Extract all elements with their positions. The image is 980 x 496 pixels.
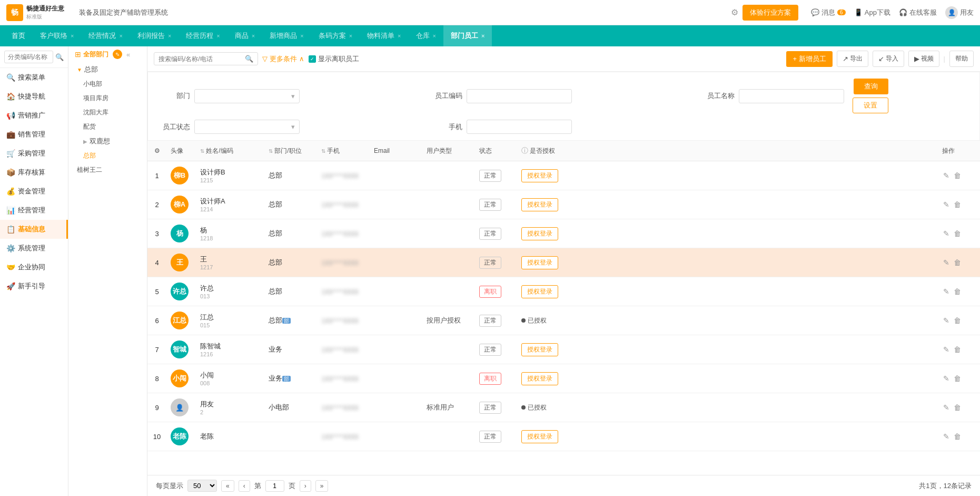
edit-button[interactable]: ✎	[942, 228, 951, 239]
edit-button[interactable]: ✎	[942, 286, 951, 297]
delete-button[interactable]: 🗑	[953, 257, 962, 268]
dept-node-zhishu[interactable]: 植树王二	[68, 163, 147, 177]
tab-warehouse[interactable]: 仓库 ×	[409, 25, 443, 46]
col-phone[interactable]: ⇅ 手机	[317, 141, 370, 161]
empcode-input[interactable]	[467, 89, 572, 103]
settings-icon[interactable]: ⚙	[731, 7, 738, 17]
col-name[interactable]: ⇅ 姓名/编码	[196, 141, 264, 161]
sidebar-item-search[interactable]: 🔍 搜索菜单	[0, 68, 68, 87]
service-action[interactable]: 🎧 在线客服	[899, 8, 937, 17]
edit-button[interactable]: ✎	[942, 402, 951, 413]
dept-node-zongbu2[interactable]: 总部	[68, 149, 147, 163]
edit-button[interactable]: ✎	[942, 257, 951, 268]
col-settings[interactable]: ⚙	[147, 141, 166, 161]
logo-text: 畅捷通好生意 标准版	[26, 4, 64, 21]
search-input[interactable]	[159, 55, 243, 63]
delete-button[interactable]: 🗑	[953, 344, 962, 355]
auth-login-button[interactable]: 授权登录	[521, 198, 558, 211]
video-button[interactable]: ▶ 视频	[908, 51, 939, 67]
row-name-cell: 江总 015	[196, 306, 264, 335]
trial-button[interactable]: 体验行业方案	[743, 5, 798, 21]
dept-node-peihuo[interactable]: 配货	[68, 120, 147, 134]
empname-input[interactable]	[739, 89, 844, 103]
tab-history[interactable]: 经营历程 ×	[179, 25, 227, 46]
sidebar-item-operation[interactable]: 📊 经营管理	[0, 201, 68, 220]
help-button[interactable]: 帮助	[949, 51, 974, 67]
dept-select[interactable]: ▾	[194, 89, 300, 103]
edit-button[interactable]: ✎	[942, 431, 951, 442]
auth-login-button[interactable]: 授权登录	[521, 227, 558, 240]
page-input[interactable]	[265, 480, 284, 492]
more-filter-btn[interactable]: ▽ 更多条件 ∧	[262, 54, 304, 64]
sidebar-item-collab[interactable]: 🤝 企业协同	[0, 258, 68, 277]
auth-login-button[interactable]: 授权登录	[521, 343, 558, 356]
tab-barcode[interactable]: 条码方案 ×	[311, 25, 360, 46]
sidebar-search-input[interactable]	[4, 51, 53, 63]
search-btn-icon[interactable]: 🔍	[245, 55, 253, 63]
sidebar-item-basic[interactable]: 📋 基础信息	[0, 220, 68, 239]
tab-dept-emp[interactable]: 部门员工 ×	[443, 25, 492, 46]
edit-button[interactable]: ✎	[942, 315, 951, 326]
delete-button[interactable]: 🗑	[953, 373, 962, 384]
sidebar-item-quicknav[interactable]: 🏠 快捷导航	[0, 87, 68, 106]
edit-button[interactable]: ✎	[942, 170, 951, 181]
sidebar-item-system[interactable]: ⚙️ 系统管理	[0, 239, 68, 258]
next-page-btn[interactable]: ›	[300, 480, 311, 492]
edit-button[interactable]: ✎	[942, 344, 951, 355]
delete-button[interactable]: 🗑	[953, 170, 962, 181]
last-page-btn[interactable]: »	[315, 480, 329, 492]
collapse-dept-icon[interactable]: «	[126, 51, 130, 59]
add-employee-button[interactable]: + 新增员工	[786, 51, 832, 67]
dept-node-project[interactable]: 项目库房	[68, 91, 147, 105]
auth-login-button[interactable]: 授权登录	[521, 256, 558, 269]
user-action[interactable]: 👤 用友	[945, 6, 974, 19]
delete-button[interactable]: 🗑	[953, 286, 962, 297]
tab-goods[interactable]: 商品 ×	[227, 25, 262, 46]
delete-button[interactable]: 🗑	[953, 431, 962, 442]
inventory-icon: 📦	[6, 168, 15, 177]
dept-tree-header[interactable]: ⊞ 全部部门 ✎ «	[68, 46, 147, 62]
edit-button[interactable]: ✎	[942, 373, 951, 384]
dept-node-shuanglu[interactable]: ▶ 双鹿想	[68, 134, 147, 149]
delete-button[interactable]: 🗑	[953, 402, 962, 413]
first-page-btn[interactable]: «	[221, 480, 234, 492]
tab-bom[interactable]: 物料清单 ×	[360, 25, 408, 46]
tab-home[interactable]: 首页	[4, 25, 33, 46]
delete-button[interactable]: 🗑	[953, 199, 962, 210]
sidebar-search-icon[interactable]: 🔍	[55, 53, 64, 61]
per-page-select[interactable]: 50 100	[187, 480, 217, 492]
prev-page-btn[interactable]: ‹	[239, 480, 250, 492]
message-action[interactable]: 💬 消息 6	[811, 8, 846, 17]
resigned-checkbox[interactable]: ✓	[309, 55, 316, 63]
col-dept[interactable]: ⇅ 部门/职位	[264, 141, 317, 161]
sidebar-item-marketing[interactable]: 📢 营销推广	[0, 106, 68, 125]
show-resigned-toggle[interactable]: ✓ 显示离职员工	[309, 54, 359, 64]
edit-dept-icon[interactable]: ✎	[113, 50, 122, 59]
status-select[interactable]: ▾	[194, 120, 300, 134]
delete-button[interactable]: 🗑	[953, 315, 962, 326]
sidebar-item-guide[interactable]: 🚀 新手引导	[0, 277, 68, 296]
tab-add-goods[interactable]: 新增商品 ×	[262, 25, 311, 46]
sidebar-item-inventory[interactable]: 📦 库存核算	[0, 163, 68, 182]
auth-login-button[interactable]: 授权登录	[521, 285, 558, 298]
delete-button[interactable]: 🗑	[953, 228, 962, 239]
tab-profit[interactable]: 利润报告 ×	[130, 25, 179, 46]
auth-login-button[interactable]: 授权登录	[521, 430, 558, 443]
export-button[interactable]: ↗ 导出	[837, 51, 868, 67]
phone-input[interactable]	[467, 120, 572, 134]
sidebar-item-sales[interactable]: 💼 销售管理	[0, 125, 68, 144]
setting-button[interactable]: 设置	[853, 98, 888, 113]
edit-button[interactable]: ✎	[942, 199, 951, 210]
tab-operation[interactable]: 经营情况 ×	[81, 25, 130, 46]
import-button[interactable]: ↙ 导入	[873, 51, 904, 67]
dept-node-xiaodian[interactable]: 小电部	[68, 77, 147, 91]
app-download-action[interactable]: 📱 App下载	[854, 8, 890, 17]
tab-customer[interactable]: 客户联络 ×	[33, 25, 81, 46]
sidebar-item-purchase[interactable]: 🛒 采购管理	[0, 144, 68, 163]
auth-login-button[interactable]: 授权登录	[521, 169, 558, 182]
dept-node-shenyang[interactable]: 沈阳大库	[68, 105, 147, 120]
sidebar-item-finance[interactable]: 💰 资金管理	[0, 182, 68, 201]
query-button[interactable]: 查询	[854, 79, 888, 94]
dept-node-zongbu[interactable]: ▼ 总部	[68, 62, 147, 77]
auth-login-button[interactable]: 授权登录	[521, 372, 558, 385]
